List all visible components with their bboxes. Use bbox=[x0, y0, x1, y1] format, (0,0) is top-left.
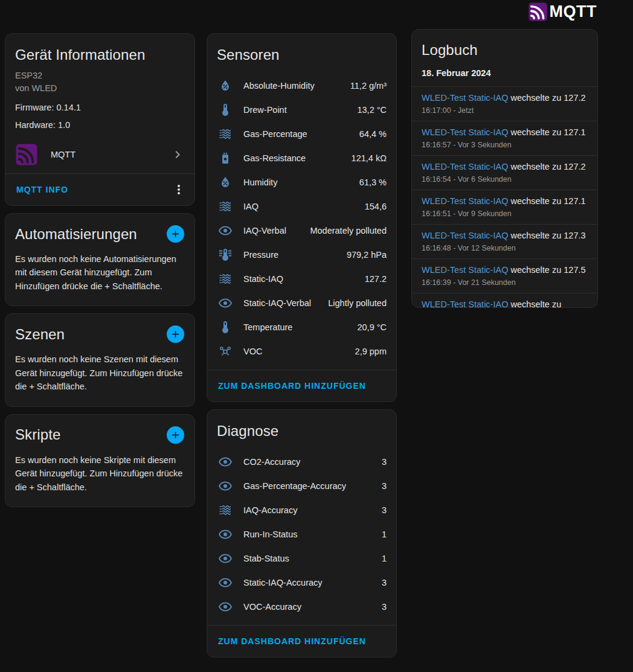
device-info-title: Gerät Informationen bbox=[5, 34, 194, 68]
device-firmware: Firmware: 0.14.1 bbox=[5, 95, 194, 112]
entity-row[interactable]: Temperature20,9 °C bbox=[207, 315, 396, 339]
entity-row[interactable]: Static-IAQ-VerbalLightly polluted bbox=[207, 291, 396, 315]
eye-icon bbox=[218, 575, 233, 590]
scripts-card: Skripte Es wurden noch keine Skripte mit… bbox=[5, 414, 195, 507]
mqtt-integration-label: MQTT bbox=[51, 150, 76, 159]
plus-icon bbox=[170, 429, 181, 441]
entity-name: IAQ-Verbal bbox=[243, 226, 286, 235]
entity-row[interactable]: Static-IAQ-Accuracy3 bbox=[207, 571, 396, 595]
scenes-card: Szenen Es wurden noch keine Szenen mit d… bbox=[5, 313, 195, 406]
entity-name: Pressure bbox=[243, 250, 278, 260]
logbook-entity-link[interactable]: WLED-Test Static-IAQ bbox=[422, 93, 508, 103]
entity-value: 1 bbox=[377, 554, 387, 563]
logbook-message: wechselte zu bbox=[510, 299, 561, 308]
entity-name: Run-In-Status bbox=[243, 530, 297, 539]
entity-name: Static-IAQ bbox=[243, 274, 283, 284]
logbook-entry: WLED-Test Static-IAQ wechselte zu 127.11… bbox=[412, 121, 597, 155]
air-filter-icon bbox=[218, 127, 233, 141]
logbook-entity-link[interactable]: WLED-Test Static-IAQ bbox=[422, 231, 508, 240]
entity-name: Gas-Percentage-Accuracy bbox=[243, 481, 346, 491]
entity-row[interactable]: Gas-Resistance121,4 kΩ bbox=[207, 146, 396, 170]
eye-icon bbox=[218, 296, 233, 310]
eye-icon bbox=[218, 551, 233, 566]
plus-icon bbox=[170, 228, 181, 240]
add-script-button[interactable] bbox=[167, 426, 184, 444]
automations-title: Automatisierungen bbox=[15, 226, 137, 243]
logbook-entity-link[interactable]: WLED-Test Static-IAQ bbox=[422, 127, 508, 137]
logbook-entity-link[interactable]: WLED-Test Static-IAQ bbox=[422, 299, 508, 308]
entity-row[interactable]: Gas-Percentage-Accuracy3 bbox=[207, 474, 396, 498]
sensors-card: Sensoren Absolute-Humidity11,2 g/m³Drew-… bbox=[207, 33, 397, 402]
entity-value: 127.2 bbox=[360, 274, 387, 284]
entity-value: 121,4 kΩ bbox=[347, 153, 387, 163]
water-percent-icon bbox=[218, 175, 233, 190]
entity-row[interactable]: Run-In-Status1 bbox=[207, 522, 396, 546]
logbook-title: Logbuch bbox=[412, 30, 597, 62]
brand-title: MQTT bbox=[550, 2, 597, 21]
logbook-entity-link[interactable]: WLED-Test Static-IAQ bbox=[422, 196, 508, 206]
entity-name: Static-IAQ-Verbal bbox=[243, 298, 311, 308]
entity-value: 13,2 °C bbox=[352, 105, 387, 115]
entity-value: 3 bbox=[377, 578, 387, 587]
entity-name: Drew-Point bbox=[243, 105, 287, 115]
entity-value: 2,9 ppm bbox=[350, 347, 387, 356]
logbook-date-header: 18. Februar 2024 bbox=[412, 62, 597, 86]
air-filter-icon bbox=[218, 272, 233, 286]
add-to-dashboard-button[interactable]: ZUM DASHBOARD HINZUFÜGEN bbox=[214, 632, 370, 651]
logbook-time: 16:16:48 - Vor 12 Sekunden bbox=[422, 244, 588, 252]
chevron-right-icon bbox=[170, 147, 185, 162]
logbook-message: wechselte zu 127.1 bbox=[510, 127, 585, 137]
device-manufacturer: von WLED bbox=[15, 82, 185, 95]
diagnostics-title: Diagnose bbox=[207, 410, 396, 444]
logbook-entity-link[interactable]: WLED-Test Static-IAQ bbox=[422, 162, 508, 171]
add-to-dashboard-button[interactable]: ZUM DASHBOARD HINZUFÜGEN bbox=[214, 376, 370, 395]
entity-row[interactable]: IAQ-Accuracy3 bbox=[207, 498, 396, 522]
entity-value: 979,2 hPa bbox=[342, 250, 387, 260]
logbook-time: 16:16:54 - Vor 6 Sekunden bbox=[422, 175, 588, 184]
entity-row[interactable]: CO2-Accuracy3 bbox=[207, 450, 396, 474]
logbook-time: 16:16:57 - Vor 3 Sekunden bbox=[422, 141, 588, 149]
eye-icon bbox=[218, 455, 233, 469]
entity-row[interactable]: VOC-Accuracy3 bbox=[207, 595, 396, 619]
more-menu-button[interactable] bbox=[169, 180, 188, 199]
eye-icon bbox=[218, 479, 233, 493]
device-hardware: Hardware: 1.0 bbox=[5, 112, 194, 130]
entity-value: 64,4 % bbox=[355, 129, 387, 139]
logbook-message: wechselte zu 127.2 bbox=[510, 93, 585, 103]
entity-name: CO2-Accuracy bbox=[243, 457, 300, 467]
logbook-time: 16:16:39 - Vor 21 Sekunden bbox=[422, 278, 588, 287]
water-percent-icon bbox=[218, 78, 233, 93]
logbook-message: wechselte zu 127.1 bbox=[510, 196, 585, 206]
entity-name: Humidity bbox=[243, 178, 277, 187]
mqtt-info-button[interactable]: MQTT INFO bbox=[13, 180, 72, 199]
logbook-message: wechselte zu 127.2 bbox=[510, 162, 585, 171]
entity-row[interactable]: VOC2,9 ppm bbox=[207, 339, 396, 363]
entity-row[interactable]: Humidity61,3 % bbox=[207, 170, 396, 194]
logbook-entity-link[interactable]: WLED-Test Static-IAQ bbox=[422, 265, 508, 275]
entity-value: 3 bbox=[377, 481, 387, 491]
add-automation-button[interactable] bbox=[167, 225, 184, 243]
entity-row[interactable]: IAQ-VerbalModerately polluted bbox=[207, 219, 396, 243]
logbook-message: wechselte zu 127.5 bbox=[510, 265, 585, 275]
entity-name: IAQ bbox=[243, 202, 259, 211]
entity-row[interactable]: Stab-Status1 bbox=[207, 546, 396, 571]
diagnostics-card: Diagnose CO2-Accuracy3Gas-Percentage-Acc… bbox=[207, 409, 397, 658]
entity-row[interactable]: Static-IAQ127.2 bbox=[207, 267, 396, 291]
mqtt-integration-row[interactable]: MQTT bbox=[5, 136, 194, 173]
entity-row[interactable]: Pressure979,2 hPa bbox=[207, 243, 396, 267]
automations-card: Automatisierungen Es wurden noch keine A… bbox=[5, 213, 195, 306]
dots-vertical-icon bbox=[172, 182, 186, 197]
entity-name: Gas-Percentage bbox=[243, 129, 307, 139]
entity-row[interactable]: Drew-Point13,2 °C bbox=[207, 98, 396, 122]
entity-row[interactable]: Gas-Percentage64,4 % bbox=[207, 122, 396, 146]
thermometer-icon bbox=[218, 103, 233, 117]
entity-row[interactable]: Absolute-Humidity11,2 g/m³ bbox=[207, 74, 396, 98]
eye-icon bbox=[218, 223, 233, 238]
scripts-title: Skripte bbox=[15, 426, 60, 443]
entity-value: 3 bbox=[377, 457, 387, 467]
entity-name: Temperature bbox=[243, 322, 292, 332]
air-filter-icon bbox=[218, 503, 233, 517]
entity-row[interactable]: IAQ154,6 bbox=[207, 194, 396, 219]
eye-icon bbox=[218, 527, 233, 542]
add-scene-button[interactable] bbox=[167, 325, 184, 343]
